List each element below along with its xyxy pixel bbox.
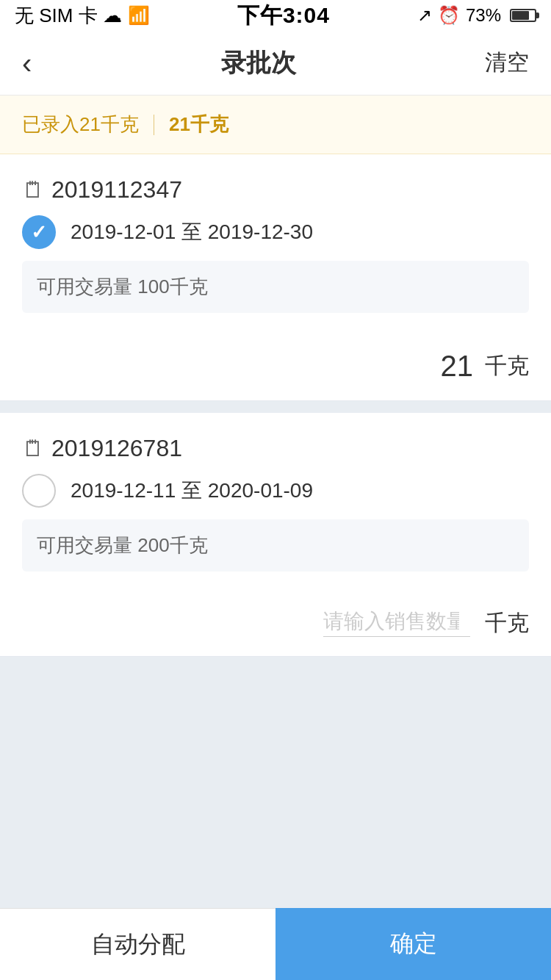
info-banner: 已录入21千克 21千克 xyxy=(0,96,551,154)
batch-date-row-1[interactable]: 2019-12-01 至 2019-12-30 xyxy=(22,215,529,249)
status-bar: 无 SIM 卡 ☁ 📶 下午3:04 ↗ ⏰ 73% xyxy=(0,0,551,31)
batch-availability-2: 可用交易量 200千克 xyxy=(22,519,529,572)
batch-id-row-2: 🗒 2019126781 xyxy=(22,435,529,462)
auto-distribute-button[interactable]: 自动分配 xyxy=(0,908,276,980)
batch-date-row-2[interactable]: 2019-12-11 至 2020-01-09 xyxy=(22,474,529,508)
quantity-row-1: 21 千克 xyxy=(0,335,551,401)
batch-date-text-1: 2019-12-01 至 2019-12-30 xyxy=(71,218,313,246)
clear-button[interactable]: 清空 xyxy=(485,48,529,78)
batch-id-text-1: 2019112347 xyxy=(51,176,182,203)
batch-icon-1: 🗒 xyxy=(22,178,44,203)
status-time: 下午3:04 xyxy=(237,1,330,31)
status-left: 无 SIM 卡 ☁ 📶 xyxy=(15,3,150,29)
batch-id-row-1: 🗒 2019112347 xyxy=(22,176,529,203)
back-button[interactable]: ‹ xyxy=(22,48,32,78)
battery-percent: 73% xyxy=(466,5,501,26)
input-unit-2: 千克 xyxy=(485,608,529,638)
card-separator xyxy=(0,401,551,413)
radio-button-1[interactable] xyxy=(22,215,56,249)
batch-date-text-2: 2019-12-11 至 2020-01-09 xyxy=(71,477,313,505)
recorded-label: 已录入21千克 xyxy=(22,112,139,137)
battery-icon xyxy=(510,9,536,22)
nav-bar: ‹ 录批次 清空 xyxy=(0,31,551,96)
location-icon: ↗ xyxy=(417,5,432,26)
recorded-value: 21千克 xyxy=(169,112,228,137)
batch-card-2: 🗒 2019126781 2019-12-11 至 2020-01-09 可用交… xyxy=(0,413,551,657)
quantity-unit-1: 千克 xyxy=(485,351,529,381)
status-right: ↗ ⏰ 73% xyxy=(417,5,536,26)
confirm-button[interactable]: 确定 xyxy=(276,908,551,980)
page-title: 录批次 xyxy=(221,46,296,80)
batch-icon-2: 🗒 xyxy=(22,436,44,461)
radio-button-2[interactable] xyxy=(22,474,56,508)
input-row-2: 千克 xyxy=(0,594,551,657)
wifi-icon: 📶 xyxy=(128,5,150,26)
sim-label: 无 SIM 卡 ☁ xyxy=(15,3,122,29)
quantity-value-1: 21 xyxy=(441,350,474,383)
batch-id-text-2: 2019126781 xyxy=(51,435,182,462)
batch-card-1: 🗒 2019112347 2019-12-01 至 2019-12-30 可用交… xyxy=(0,154,551,401)
quantity-input-2[interactable] xyxy=(323,610,470,637)
alarm-icon: ⏰ xyxy=(438,5,460,26)
bottom-buttons: 自动分配 确定 xyxy=(0,908,551,980)
batch-availability-1: 可用交易量 100千克 xyxy=(22,261,529,313)
banner-divider xyxy=(154,115,154,135)
